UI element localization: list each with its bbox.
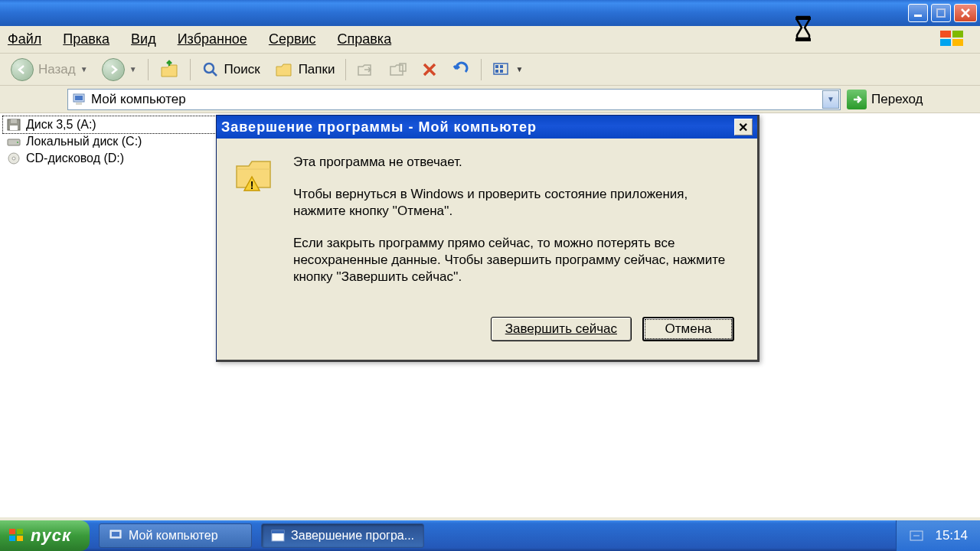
toolbar: Назад ▼ ▼ Поиск Папки ▼ (0, 54, 980, 86)
svg-rect-7 (952, 39, 963, 46)
cancel-button[interactable]: Отмена (642, 317, 734, 341)
hard-disk-icon (6, 135, 21, 148)
address-dropdown-button[interactable]: ▼ (822, 90, 839, 109)
address-bar: Мой компьютер ▼ Переход (0, 86, 980, 113)
svg-rect-12 (500, 65, 503, 68)
svg-rect-29 (17, 536, 23, 541)
delete-x-icon (421, 61, 438, 78)
busy-cursor-icon (792, 15, 814, 43)
svg-rect-28 (9, 536, 15, 541)
tree-item-cd[interactable]: CD-дисковод (D:) (3, 150, 219, 167)
copy-to-icon (389, 61, 407, 78)
menu-bar: Файл Правка Вид Избранное Сервис Справка (0, 26, 980, 54)
tray-icon (909, 530, 924, 542)
computer-icon (109, 529, 122, 543)
svg-point-24 (12, 157, 15, 160)
folders-icon (274, 60, 294, 79)
dialog-text-line: Эта программа не отвечает. (293, 154, 734, 171)
search-icon (201, 60, 220, 79)
dialog-close-button[interactable]: ✕ (734, 119, 753, 135)
back-label: Назад (38, 62, 76, 77)
svg-rect-5 (952, 31, 963, 37)
address-text: Мой компьютер (91, 92, 186, 107)
start-label: пуск (31, 526, 71, 546)
dialog-warning-icon: ! (232, 154, 278, 302)
system-tray[interactable]: 15:14 (896, 520, 980, 551)
copy-to-button[interactable] (384, 57, 412, 83)
forward-arrow-icon (102, 58, 125, 81)
forward-dropdown-icon: ▼ (129, 65, 137, 73)
svg-rect-13 (495, 70, 498, 73)
menu-tools[interactable]: Сервис (269, 31, 316, 47)
taskbar-item-label: Завершение програ... (291, 529, 414, 543)
close-button[interactable] (954, 4, 977, 22)
window-titlebar (0, 0, 980, 26)
svg-rect-3 (795, 38, 811, 41)
forward-button[interactable]: ▼ (97, 57, 142, 83)
computer-icon (71, 92, 87, 107)
back-button[interactable]: Назад ▼ (6, 57, 93, 83)
dialog-message: Эта программа не отвечает. Чтобы вернуть… (293, 154, 734, 302)
dialog-text-line: Если закрыть программу прямо сейчас, то … (293, 235, 734, 285)
clock: 15:14 (935, 528, 968, 543)
folders-label: Папки (299, 62, 335, 77)
go-button[interactable]: Переход (847, 90, 923, 109)
svg-rect-16 (75, 96, 83, 100)
views-button[interactable]: ▼ (488, 57, 528, 83)
undo-icon (452, 61, 470, 78)
svg-rect-31 (112, 532, 119, 536)
menu-view[interactable]: Вид (131, 31, 156, 47)
svg-point-22 (17, 142, 18, 143)
svg-rect-2 (795, 17, 811, 20)
svg-rect-4 (940, 31, 951, 37)
svg-rect-26 (9, 529, 15, 534)
back-arrow-icon (11, 58, 34, 81)
folders-button[interactable]: Папки (270, 57, 340, 83)
address-input[interactable]: Мой компьютер ▼ (67, 89, 841, 110)
svg-rect-19 (11, 119, 17, 123)
maximize-button[interactable] (931, 4, 951, 22)
svg-rect-11 (495, 65, 498, 68)
folder-tree: Диск 3,5 (A:) Локальный диск (C:) CD-дис… (0, 113, 222, 517)
delete-button[interactable] (416, 57, 443, 83)
go-label: Переход (871, 92, 923, 107)
menu-file[interactable]: Файл (8, 31, 41, 47)
tree-item-label: Диск 3,5 (A:) (26, 118, 96, 132)
back-dropdown-icon: ▼ (80, 65, 88, 73)
up-button[interactable] (155, 57, 184, 83)
svg-rect-1 (937, 9, 945, 17)
tree-item-floppy[interactable]: Диск 3,5 (A:) (3, 116, 219, 133)
svg-text:!: ! (250, 179, 254, 191)
svg-rect-20 (10, 126, 18, 130)
go-arrow-icon (847, 90, 867, 109)
dialog-text-line: Чтобы вернуться в Windows и проверить со… (293, 186, 734, 220)
svg-rect-33 (272, 530, 284, 533)
move-to-icon (357, 61, 375, 78)
move-to-button[interactable] (352, 57, 380, 83)
tree-item-label: CD-дисковод (D:) (26, 152, 124, 165)
views-dropdown-icon: ▼ (515, 65, 523, 73)
taskbar-item[interactable]: Завершение програ... (261, 523, 424, 548)
menu-favorites[interactable]: Избранное (178, 31, 247, 47)
undo-button[interactable] (447, 57, 475, 83)
start-button[interactable]: пуск (0, 520, 90, 551)
views-icon (492, 61, 511, 78)
windows-flag-icon (8, 527, 26, 544)
menu-help[interactable]: Справка (338, 31, 392, 47)
menu-edit[interactable]: Правка (63, 31, 109, 47)
svg-rect-0 (914, 15, 922, 17)
taskbar-item-label: Мой компьютер (129, 529, 217, 543)
windows-logo-icon (937, 28, 974, 51)
window-icon (271, 530, 285, 542)
taskbar: пуск Мой компьютер Завершение програ... … (0, 520, 980, 551)
search-button[interactable]: Поиск (197, 57, 265, 83)
tree-item-hdd[interactable]: Локальный диск (C:) (3, 133, 219, 150)
search-label: Поиск (224, 62, 260, 77)
cd-drive-icon (6, 152, 21, 165)
folder-up-icon (159, 60, 179, 80)
end-now-button[interactable]: Завершить сейчас (491, 317, 632, 341)
taskbar-item[interactable]: Мой компьютер (99, 523, 252, 548)
svg-rect-6 (940, 39, 951, 46)
svg-rect-27 (17, 529, 23, 534)
minimize-button[interactable] (908, 4, 928, 22)
